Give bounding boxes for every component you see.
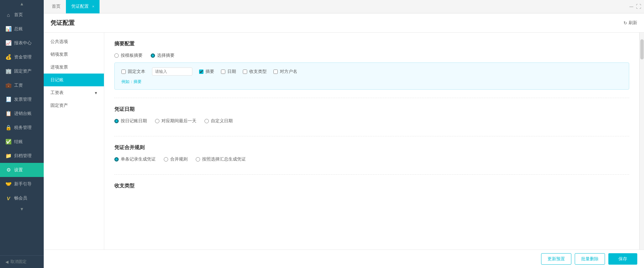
sidebar-item-funds[interactable]: 💰 资金管理 [0, 50, 44, 64]
tab-bar: 首页 凭证配置 × ─ ⛶ [44, 0, 644, 13]
summary-title: 摘要配置 [114, 41, 629, 47]
outer-scrollbar[interactable] [639, 33, 644, 250]
sidebar-item-settings[interactable]: ⚙ 设置 [0, 163, 44, 177]
sidebar-item-ledger[interactable]: 📊 总账 [0, 22, 44, 36]
tab-voucher-config[interactable]: 凭证配置 × [66, 0, 100, 13]
nav-purchase-invoice[interactable]: 进项发票 [44, 61, 104, 74]
nav-public[interactable]: 公共选项 [44, 35, 104, 48]
settings-icon: ⚙ [5, 167, 11, 173]
summary-checkbox-row: 固定文本 摘要 日期 [121, 68, 622, 76]
purchase-sales-icon: 📋 [5, 110, 11, 117]
update-preview-button[interactable]: 更新预置 [541, 253, 571, 265]
maximize-button[interactable]: ⛶ [636, 4, 641, 10]
sidebar-item-invoice-mgmt[interactable]: 🧾 发票管理 [0, 92, 44, 106]
merge-radio-single[interactable]: 单条记录生成凭证 [114, 156, 156, 162]
refresh-icon: ↻ [623, 20, 627, 26]
nav-sales-invoice[interactable]: 销项发票 [44, 48, 104, 61]
income-expense-section: 收支类型 [114, 183, 629, 203]
invoice-mgmt-icon: 🧾 [5, 96, 11, 102]
batch-delete-button[interactable]: 批量删除 [575, 253, 605, 265]
checkbox-counterparty[interactable]: 对方户名 [273, 69, 297, 75]
page-header: 凭证配置 ↻ 刷新 [44, 13, 644, 33]
funds-icon: 💰 [5, 54, 11, 60]
assets-icon: 🏢 [5, 68, 11, 74]
tax-icon: 🔒 [5, 125, 11, 131]
pin-icon: ◀ [5, 260, 8, 264]
bottom-bar: 更新预置 批量删除 保存 [44, 250, 644, 268]
checkbox-income-type[interactable]: 收支类型 [243, 69, 267, 75]
report-icon: 📈 [5, 40, 11, 46]
nav-fixed-assets[interactable]: 固定资产 [44, 99, 104, 112]
content-body: 公共选项 销项发票 进项发票 日记账 工资表 ▾ 固定资产 [44, 33, 644, 250]
voucher-date-radio-group: 按日记账日期 对应期间最后一天 自定义日期 [114, 118, 629, 124]
sidebar-scroll-down[interactable]: ▼ [0, 205, 44, 213]
merge-rules-section: 凭证合并规则 单条记录生成凭证 合并规则 按照选择汇总生成凭证 [114, 144, 629, 175]
save-button[interactable]: 保存 [608, 253, 637, 265]
ledger-icon: 📊 [5, 26, 11, 32]
fixed-text-input[interactable] [152, 68, 192, 76]
tab-close-button[interactable]: × [92, 4, 94, 8]
sidebar-item-member[interactable]: V 畅会员 [0, 191, 44, 205]
sidebar: ▲ ⌂ 首页 📊 总账 📈 报表中心 💰 资金管理 🏢 固定资产 💼 工资 🧾 … [0, 0, 44, 268]
sidebar-item-closing[interactable]: ✅ 结账 [0, 135, 44, 149]
summary-example: 例如：摘要 [121, 79, 622, 85]
closing-icon: ✅ [5, 139, 11, 145]
sidebar-item-archive[interactable]: 📁 归档管理 [0, 149, 44, 163]
sidebar-item-home[interactable]: ⌂ 首页 [0, 8, 44, 22]
checkbox-date[interactable]: 日期 [221, 69, 236, 75]
voucher-date-section: 凭证日期 按日记账日期 对应期间最后一天 自定义日期 [114, 106, 629, 136]
guide-icon: 🤝 [5, 181, 11, 187]
payroll-icon: 💼 [5, 82, 11, 88]
sidebar-item-payroll[interactable]: 💼 工资 [0, 78, 44, 92]
scroll-thumb [640, 39, 644, 59]
sidebar-item-guide[interactable]: 🤝 新手引导 [0, 177, 44, 191]
nav-journal[interactable]: 日记账 [44, 74, 104, 86]
summary-section: 摘要配置 按模板摘要 选择摘要 [114, 41, 629, 98]
income-expense-title: 收支类型 [114, 183, 629, 189]
sidebar-unpin-button[interactable]: ◀ 取消固定 [0, 255, 44, 268]
minimize-button[interactable]: ─ [630, 4, 633, 10]
checkbox-abstract[interactable]: 摘要 [199, 69, 214, 75]
right-content: 摘要配置 按模板摘要 选择摘要 [104, 33, 639, 250]
voucher-date-radio-custom[interactable]: 自定义日期 [204, 118, 233, 124]
home-icon: ⌂ [5, 12, 11, 18]
summary-radio-template[interactable]: 按模板摘要 [114, 52, 143, 58]
voucher-date-radio-journal[interactable]: 按日记账日期 [114, 118, 147, 124]
merge-radio-summary[interactable]: 按照选择汇总生成凭证 [196, 156, 246, 162]
sidebar-scroll-up[interactable]: ▲ [0, 0, 44, 8]
refresh-button[interactable]: ↻ 刷新 [623, 20, 637, 26]
voucher-date-title: 凭证日期 [114, 106, 629, 113]
sidebar-item-report[interactable]: 📈 报表中心 [0, 36, 44, 50]
sidebar-item-assets[interactable]: 🏢 固定资产 [0, 64, 44, 78]
nav-payroll-table[interactable]: 工资表 ▾ [44, 86, 104, 99]
voucher-date-radio-lastday[interactable]: 对应期间最后一天 [155, 118, 196, 124]
summary-radio-group: 按模板摘要 选择摘要 [114, 52, 629, 58]
merge-rules-title: 凭证合并规则 [114, 144, 629, 151]
summary-box: 固定文本 摘要 日期 [114, 62, 629, 90]
archive-icon: 📁 [5, 153, 11, 159]
main-area: 首页 凭证配置 × ─ ⛶ 凭证配置 ↻ 刷新 公共选项 销项发票 进 [44, 0, 644, 268]
window-controls: ─ ⛶ [630, 4, 641, 10]
merge-radio-merge[interactable]: 合并规则 [164, 156, 188, 162]
page-title: 凭证配置 [50, 19, 75, 27]
summary-radio-select[interactable]: 选择摘要 [151, 52, 175, 58]
member-icon: V [5, 195, 11, 201]
sidebar-item-purchase-sales[interactable]: 📋 进销台账 [0, 106, 44, 121]
checkbox-fixed-text[interactable]: 固定文本 [121, 69, 145, 75]
sidebar-item-tax[interactable]: 🔒 税务管理 [0, 121, 44, 135]
chevron-down-icon: ▾ [95, 90, 97, 95]
merge-rules-radio-group: 单条记录生成凭证 合并规则 按照选择汇总生成凭证 [114, 156, 629, 162]
tab-home[interactable]: 首页 [46, 0, 66, 13]
left-nav: 公共选项 销项发票 进项发票 日记账 工资表 ▾ 固定资产 [44, 33, 104, 250]
